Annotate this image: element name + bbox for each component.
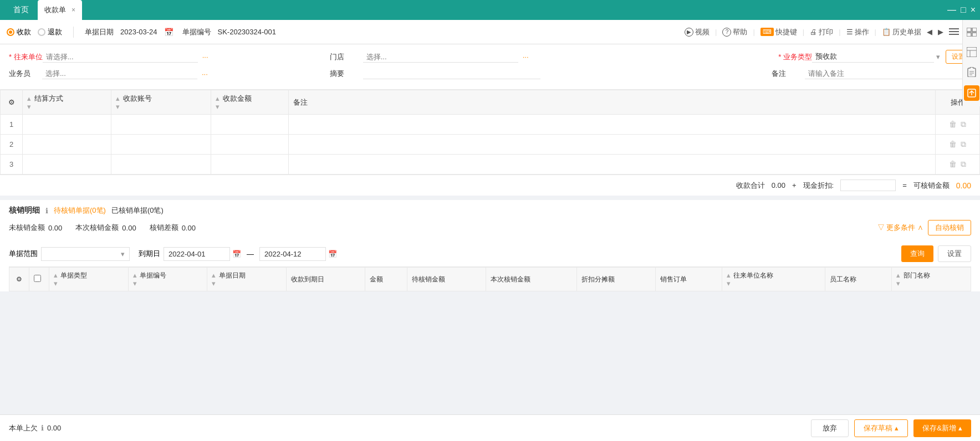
copy-icon-3[interactable]: ⧉ (961, 160, 966, 168)
counterparty-dots-icon[interactable]: ··· (202, 53, 208, 61)
delete-icon-3[interactable]: 🗑 (949, 160, 957, 168)
nav-right-btn[interactable]: ▶ (938, 28, 943, 36)
delete-icon-2[interactable]: 🗑 (949, 140, 957, 148)
radio-refund[interactable]: 退款 (38, 27, 62, 37)
calendar-icon[interactable]: 📅 (164, 28, 173, 37)
table-settings-icon[interactable]: ⚙ (8, 98, 15, 106)
radio-receipt[interactable]: 收款 (7, 27, 31, 37)
tab-receipt[interactable]: 收款单 × (38, 0, 82, 20)
remark-cell-1[interactable] (289, 115, 936, 135)
sort-counterparty: ▴▾ (727, 271, 731, 288)
window-close-icon[interactable]: × (971, 5, 976, 15)
salesman-input[interactable] (42, 68, 197, 79)
unverified-value: 0.00 (48, 224, 62, 232)
settlement-cell-3[interactable] (23, 155, 111, 175)
amount-cell-3[interactable] (211, 155, 289, 175)
diff-value: 0.00 (182, 224, 196, 232)
pending-tab[interactable]: 待核销单据(0笔) (54, 206, 106, 216)
col-dept: ▴▾ 部门名称 (892, 268, 971, 291)
tab-bar-controls: — □ × (947, 5, 976, 15)
done-tab[interactable]: 已核销单据(0笔) (111, 206, 164, 216)
window-minimize-icon[interactable]: — (947, 5, 956, 15)
col-doc-num: ▴▾ 单据编号 (128, 268, 207, 291)
sidebar-icon-1[interactable] (965, 25, 978, 39)
date-value: 2023-03-24 (120, 28, 157, 36)
remark-cell-2[interactable] (289, 135, 936, 155)
number-label: 单据编号 (182, 27, 211, 37)
shortcut-btn[interactable]: ⌨ 快捷键 (760, 27, 797, 37)
current-label: 本次核销金额 (75, 223, 119, 233)
sidebar-icon-2[interactable] (965, 45, 978, 59)
print-icon: 🖨 (810, 28, 817, 36)
date-field: 单据日期 2023-03-24 📅 (85, 27, 173, 37)
remark-cell-3[interactable] (289, 155, 936, 175)
video-btn[interactable]: ▶ 视频 (685, 27, 710, 37)
col-staff: 员工名称 (825, 268, 892, 291)
layout-icon[interactable] (949, 28, 959, 36)
account-cell-2[interactable] (111, 135, 211, 155)
window-restore-icon[interactable]: □ (961, 5, 966, 15)
sidebar-icon-4[interactable] (964, 85, 979, 101)
video-label: 视频 (695, 27, 710, 37)
help-icon: ? (722, 28, 731, 37)
date-to-input[interactable] (259, 247, 326, 261)
shop-input[interactable] (363, 52, 518, 63)
print-btn[interactable]: 🖨 打印 (810, 27, 833, 37)
account-cell-3[interactable] (111, 155, 211, 175)
query-button[interactable]: 查询 (901, 245, 933, 262)
shop-dots-icon[interactable]: ··· (523, 53, 529, 61)
bottom-settings-col[interactable]: ⚙ (9, 268, 29, 291)
svg-rect-8 (972, 28, 977, 32)
copy-icon-1[interactable]: ⧉ (961, 120, 966, 129)
row-num-1: 1 (1, 115, 23, 135)
date-from-calendar-icon[interactable]: 📅 (232, 250, 241, 258)
biz-type-input[interactable] (812, 52, 934, 63)
history-btn[interactable]: 📋 历史单据 (882, 27, 921, 37)
amount-cell-1[interactable] (211, 115, 289, 135)
table-row: 2 🗑 ⧉ (1, 135, 980, 155)
bottom-table-header: ⚙ ▴▾ 单据类型 ▴▾ 单据编号 ▴▾ 单据日期 (9, 268, 971, 291)
filter-row: 单据范围 ▾ 到期日 📅 — 📅 查询 设 (9, 241, 971, 267)
write-off-info-icon[interactable]: ℹ (45, 207, 48, 215)
discount-input[interactable] (840, 180, 896, 191)
tab-home[interactable]: 首页 (4, 0, 38, 20)
operate-icon: ☰ (846, 28, 853, 36)
amount-cell-2[interactable] (211, 135, 289, 155)
settlement-cell-2[interactable] (23, 135, 111, 155)
account-cell-1[interactable] (111, 115, 211, 135)
verifiable-label: 可核销金额 (913, 181, 950, 191)
counterparty-label: * 往来单位 (9, 52, 43, 62)
sort-doc-date: ▴▾ (212, 271, 216, 288)
abstract-col: 摘要 (330, 68, 651, 79)
current-value: 0.00 (122, 224, 136, 232)
write-off-info-row: 未核销金额 0.00 本次核销金额 0.00 核销差额 0.00 ▽ 更多条件 … (9, 220, 971, 235)
sort-icon2: ▴▾ (116, 94, 120, 111)
sidebar-icon-3[interactable] (965, 65, 978, 79)
delete-icon-1[interactable]: 🗑 (949, 120, 957, 129)
verifiable-value: 0.00 (956, 181, 971, 190)
radio-receipt-label: 收款 (17, 27, 31, 37)
date-to-calendar-icon[interactable]: 📅 (328, 250, 337, 258)
diff-label: 核销差额 (150, 223, 178, 233)
col-counterparty: ▴▾ 往来单位名称 (722, 268, 825, 291)
remark-input[interactable] (805, 68, 971, 79)
write-off-actions: ▽ 更多条件 ∧ 自动核销 (877, 220, 971, 235)
copy-icon-2[interactable]: ⧉ (961, 140, 966, 148)
salesman-dots-icon[interactable]: ··· (202, 70, 208, 78)
scope-select[interactable]: ▾ (41, 247, 130, 261)
tab-close-icon[interactable]: × (72, 6, 75, 14)
counterparty-input[interactable] (43, 52, 198, 63)
help-btn[interactable]: ? 帮助 (722, 27, 747, 37)
radio-receipt-dot (7, 28, 14, 36)
auto-write-off-button[interactable]: 自动核销 (928, 220, 971, 235)
select-all-checkbox[interactable] (34, 275, 41, 282)
nav-left-btn[interactable]: ◀ (927, 28, 932, 36)
abstract-input[interactable] (363, 68, 540, 79)
settlement-cell-1[interactable] (23, 115, 111, 135)
biz-type-chevron-icon[interactable]: ▾ (936, 53, 940, 61)
more-conditions-link[interactable]: ▽ 更多条件 ∧ (877, 223, 923, 233)
setting-button[interactable]: 设置 (938, 245, 971, 262)
date-from-input[interactable] (164, 247, 230, 261)
operate-btn[interactable]: ☰ 操作 (846, 27, 869, 37)
settings-col-header[interactable]: ⚙ (1, 90, 23, 115)
